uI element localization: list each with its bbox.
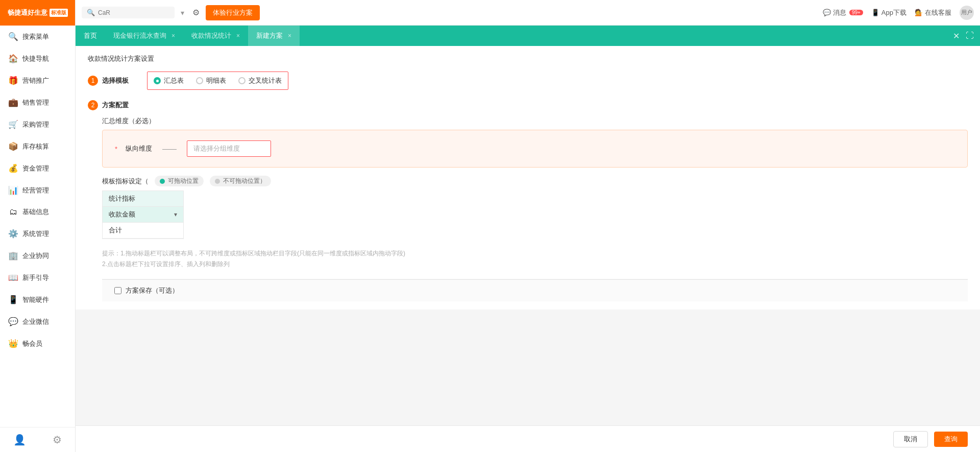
sidebar-item-system[interactable]: ⚙️系统管理: [0, 223, 75, 245]
hints: 提示：1.拖动标题栏可以调整布局，不可跨维度或指标区域拖动栏目字段(只能在同一维…: [102, 249, 968, 269]
radio-detail[interactable]: 明细表: [196, 76, 226, 85]
hint-2: 2.点击标题栏下拉可设置排序、插入列和删除列: [102, 260, 968, 269]
indicators-label-row: 模板指标设定（ 可拖动位置 不可拖动位置）: [102, 176, 968, 186]
sidebar-item-sales[interactable]: 💼销售管理: [0, 91, 75, 113]
search-input[interactable]: [98, 9, 169, 16]
tab-collection-stats[interactable]: 收款情况统计×: [183, 26, 248, 46]
sidebar-label-marketing: 营销推广: [22, 76, 49, 85]
header-right: 💬 消息 99+ 📱 App下载 💁 在线客服 用户: [823, 6, 974, 20]
operations-icon: 📊: [8, 185, 18, 195]
radio-cross[interactable]: 交叉统计表: [238, 76, 282, 85]
search-menu-icon: 🔍: [8, 32, 18, 41]
section1-title: 选择模板: [102, 76, 129, 85]
maximize-icon[interactable]: ⛶: [966, 31, 974, 40]
download-label: App下载: [881, 8, 906, 17]
radio-cross-label: 交叉统计表: [249, 76, 282, 85]
notifications-count: 99+: [849, 10, 863, 15]
sidebar-label-quick-nav: 快捷导航: [22, 54, 49, 63]
tab-close-collection-stats[interactable]: ×: [236, 32, 240, 39]
header: 🔍 ▾ ⚙ 体验行业方案 💬 消息 99+ 📱 App下载 💁 在线客服 用户: [76, 0, 980, 26]
dimension-select[interactable]: 请选择分组维度: [187, 140, 271, 157]
dimension-label: 汇总维度（必选）: [102, 116, 968, 126]
radio-detail-circle: [196, 77, 203, 84]
dimension-row: * 纵向维度 —— 请选择分组维度: [115, 140, 955, 157]
arrow-icon: ——: [162, 145, 177, 153]
user-icon[interactable]: 👤: [9, 432, 30, 448]
settings-icon[interactable]: ⚙: [48, 432, 66, 448]
breadcrumb: 收款情况统计方案设置: [88, 54, 968, 63]
column-dropdown-icon[interactable]: ▾: [174, 211, 177, 218]
section2-number: 2: [88, 100, 98, 110]
purchase-icon: 🛒: [8, 120, 18, 129]
radio-summary[interactable]: 汇总表: [154, 76, 184, 85]
save-checkbox[interactable]: [114, 287, 121, 294]
sales-icon: 💼: [8, 98, 18, 107]
quick-nav-icon: 🏠: [8, 54, 18, 63]
avatar[interactable]: 用户: [960, 6, 974, 20]
section2-title: 方案配置: [102, 101, 129, 110]
sidebar-item-inventory[interactable]: 📦库存核算: [0, 135, 75, 157]
tab-actions: ✕ ⛶: [947, 26, 980, 46]
sidebar-label-operations: 经营管理: [22, 186, 49, 195]
main-content: 收款情况统计方案设置 1 选择模板 汇总表 明细表 交: [76, 46, 980, 452]
draggable-badge: 可拖动位置: [155, 176, 204, 186]
wechat-icon: 💬: [8, 317, 18, 326]
cancel-button[interactable]: 取消: [893, 431, 928, 447]
sidebar-item-basic-info[interactable]: 🗂基础信息: [0, 201, 75, 223]
sidebar-item-enterprise[interactable]: 🏢企业协同: [0, 245, 75, 267]
query-button[interactable]: 查询: [934, 432, 968, 447]
radio-summary-label: 汇总表: [164, 76, 184, 85]
smart-hw-icon: 📱: [8, 295, 18, 304]
radio-detail-label: 明细表: [206, 76, 226, 85]
vip-icon: 👑: [8, 339, 18, 348]
logo-text: 畅捷通好生意: [8, 8, 47, 17]
sidebar-label-smart-hw: 智能硬件: [22, 295, 49, 304]
sidebar-label-purchase: 采购管理: [22, 120, 49, 129]
inventory-icon: 📦: [8, 141, 18, 151]
section1-number: 1: [88, 76, 98, 86]
industry-btn[interactable]: 体验行业方案: [206, 5, 260, 20]
sidebar-item-operations[interactable]: 📊经营管理: [0, 179, 75, 201]
tab-bar: 首页现金银行流水查询×收款情况统计×新建方案× ✕ ⛶: [76, 26, 980, 46]
tab-home[interactable]: 首页: [76, 26, 105, 46]
stats-total-cell: 合计: [103, 223, 183, 239]
version-badge: 标准版: [50, 9, 68, 17]
sidebar-item-quick-nav[interactable]: 🏠快捷导航: [0, 47, 75, 69]
collection-amount-label: 收款金额: [109, 210, 135, 219]
gear-icon[interactable]: ⚙: [192, 8, 200, 17]
stats-sub-header: 收款金额 ▾: [103, 207, 183, 223]
close-window-icon[interactable]: ✕: [953, 31, 960, 41]
sidebar-item-search-menu[interactable]: 🔍搜索菜单: [0, 26, 75, 47]
sidebar-item-marketing[interactable]: 🎁营销推广: [0, 69, 75, 91]
vertical-dimension-label: 纵向维度: [126, 144, 152, 153]
tab-label-new-plan: 新建方案: [256, 31, 283, 40]
header-search-box: 🔍: [82, 7, 175, 18]
section1-header: 1 选择模板 汇总表 明细表 交叉统计表: [88, 72, 968, 90]
sidebar-label-wechat: 企业微信: [22, 317, 49, 326]
tab-label-bank-flow: 现金银行流水查询: [113, 31, 166, 40]
sidebar-item-purchase[interactable]: 🛒采购管理: [0, 113, 75, 135]
radio-cross-circle: [238, 77, 246, 84]
bottom-bar: 取消 查询: [76, 425, 980, 452]
sidebar-item-vip[interactable]: 👑畅会员: [0, 332, 75, 354]
sidebar-item-smart-hw[interactable]: 📱智能硬件: [0, 289, 75, 311]
non-draggable-dot: [215, 179, 220, 184]
sidebar-label-system: 系统管理: [22, 229, 49, 239]
notifications-item[interactable]: 💬 消息 99+: [823, 8, 863, 17]
tab-new-plan[interactable]: 新建方案×: [248, 26, 300, 46]
section-template: 1 选择模板 汇总表 明细表 交叉统计表: [88, 72, 968, 90]
support-item[interactable]: 💁 在线客服: [915, 8, 951, 17]
tab-close-bank-flow[interactable]: ×: [172, 32, 175, 39]
dropdown-icon[interactable]: ▾: [181, 9, 184, 17]
sidebar-label-basic-info: 基础信息: [22, 207, 49, 217]
tab-bank-flow[interactable]: 现金银行流水查询×: [105, 26, 183, 46]
support-label: 在线客服: [925, 8, 951, 17]
tab-close-new-plan[interactable]: ×: [288, 32, 291, 39]
sidebar-item-finance[interactable]: 💰资金管理: [0, 157, 75, 179]
sidebar-item-guide[interactable]: 📖新手引导: [0, 267, 75, 289]
draggable-dot: [160, 179, 165, 184]
indicators-label: 模板指标设定（: [102, 177, 149, 186]
sidebar-item-wechat[interactable]: 💬企业微信: [0, 311, 75, 332]
download-item[interactable]: 📱 App下载: [871, 8, 906, 17]
support-icon: 💁: [915, 9, 923, 16]
